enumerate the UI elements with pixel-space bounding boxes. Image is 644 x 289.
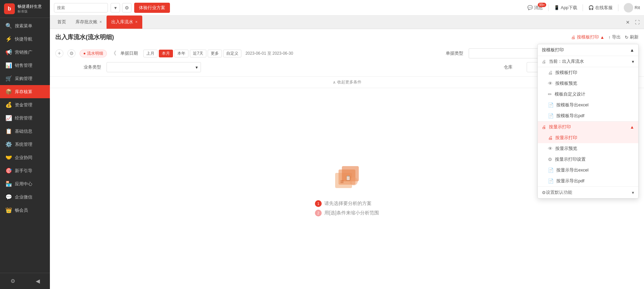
sidebar-item-guide[interactable]: 🎯 新手引导	[0, 164, 50, 177]
online-service-label: 在线客服	[595, 5, 613, 11]
sidebar-item-wechat[interactable]: 💬 企业微信	[0, 190, 50, 204]
tab-expand-close[interactable]: ✕	[624, 18, 632, 26]
sidebar-item-label: 采购管理	[15, 76, 32, 82]
display-print-header[interactable]: 🖨 按显示打印 ▲	[538, 122, 638, 132]
page-title: 出入库流水(流水明细)	[55, 33, 114, 41]
display-print-section: 🖨 按显示打印 ▲ 🖨 按显示打印 👁 按显示预览 ⚙ 按显示打印设置	[538, 122, 638, 187]
basic-icon: 📋	[5, 128, 12, 134]
filter-settings-button[interactable]: ⚙	[67, 49, 76, 57]
display-print-section-label: 按显示打印	[549, 124, 571, 130]
dropdown-item-label: 按模板打印	[555, 70, 577, 76]
operation-icon: 📈	[5, 115, 12, 121]
tab-expand-full[interactable]: ⛶	[633, 18, 641, 26]
export-icon: ↑	[609, 35, 611, 40]
online-service-button[interactable]: 🎧 在线客服	[588, 5, 613, 11]
sidebar-item-corp[interactable]: 🤝 企业协同	[0, 151, 50, 164]
sidebar-item-app-center[interactable]: 🏪 应用中心	[0, 177, 50, 190]
filter-tag-detail[interactable]: ● 流水明细	[80, 50, 107, 57]
dropdown-footer[interactable]: ⚙ 设置默认功能 ▾	[538, 187, 638, 198]
sidebar-item-label: 企业微信	[15, 194, 32, 200]
dropdown-header: 按模板打印 ▲	[538, 44, 638, 56]
print-dropdown: 按模板打印 ▲ 🖨 当前：出入库流水 ▾ 🖨 按模板打印 👁 按模板预览	[537, 44, 639, 199]
default-func-icon: ⚙	[542, 190, 546, 195]
collapse-arrow-icon: ∧	[333, 80, 336, 85]
app-download-button[interactable]: 📱 App下载	[554, 5, 577, 11]
search-input[interactable]	[54, 3, 108, 12]
settings-button[interactable]: ⚙	[122, 3, 131, 12]
empty-svg: ≡ 📋	[328, 163, 365, 193]
sidebar-item-label: 系统管理	[15, 141, 32, 148]
dropdown-item-label: 按显示打印	[555, 135, 577, 141]
preview-icon-2: 👁	[548, 146, 553, 151]
tab-home-label: 首页	[57, 19, 66, 25]
sidebar-item-label: 营销推广	[15, 49, 32, 55]
dropdown-item-display-settings[interactable]: ⚙ 按显示打印设置	[538, 154, 638, 165]
chevron-down-icon-3: ▾	[632, 59, 634, 64]
refresh-button[interactable]: ↻ 刷新	[625, 34, 639, 40]
sidebar-item-quick-nav[interactable]: ⚡ 快捷导航	[0, 32, 50, 46]
sidebar-item-finance[interactable]: 💰 资金管理	[0, 98, 50, 111]
printer-icon-3: 🖨	[548, 135, 553, 140]
filter-tag-icon: ●	[83, 51, 86, 56]
main-area: ▾ ⚙ 体验行业方案 💬 消息 99+ 📱 App下载 🎧 在线客服	[50, 0, 644, 289]
collapse-label: 收起更多条件	[337, 79, 361, 85]
tab-batch-close[interactable]: ×	[99, 20, 102, 24]
logo-icon: b	[4, 3, 15, 14]
dropdown-item-display-excel[interactable]: 📄 按显示导出excel	[538, 165, 638, 176]
add-filter-button[interactable]: +	[55, 49, 63, 57]
app-name: 畅捷通好生意	[18, 4, 42, 9]
sidebar-item-operation[interactable]: 📈 经营管理	[0, 111, 50, 125]
sidebar-item-label: 基础信息	[15, 128, 32, 134]
date-btn-current-year[interactable]: 本年	[174, 50, 188, 57]
sidebar-item-sales[interactable]: 📊 销售管理	[0, 59, 50, 72]
tab-batch[interactable]: 库存批次账 ×	[71, 16, 107, 29]
date-filter-group: 单据日期 上月 本月 本年 近7天 更多 自定义 2023-06-01 至 20…	[120, 50, 442, 57]
date-btn-last-month[interactable]: 上月	[143, 50, 157, 57]
dropdown-current-section: 🖨 当前：出入库流水 ▾	[538, 56, 638, 67]
user-profile[interactable]: Rit	[624, 3, 640, 12]
tab-home[interactable]: 首页	[53, 16, 71, 29]
filter-tag-label: 流水明细	[87, 51, 103, 56]
trial-button[interactable]: 体验行业方案	[134, 3, 170, 13]
print-template-button[interactable]: 🖨 按模板打印 ▲	[571, 34, 605, 40]
date-btn-7days[interactable]: 近7天	[190, 50, 206, 57]
dropdown-item-display-preview[interactable]: 👁 按显示预览	[538, 143, 638, 154]
filter-collapse-button[interactable]: 《	[111, 50, 116, 57]
sidebar-item-basic[interactable]: 📋 基础信息	[0, 125, 50, 138]
date-range-display: 2023-06-01 至 2023-06-30	[245, 51, 293, 56]
sidebar-item-inventory[interactable]: 📦 库存核算	[0, 85, 50, 98]
sidebar-item-system[interactable]: ⚙️ 系统管理	[0, 138, 50, 151]
sidebar-collapse-button[interactable]: ◀	[34, 276, 42, 286]
search-icon: 🔍	[5, 23, 12, 29]
dropdown-item-display-pdf[interactable]: 📄 按显示导出pdf	[538, 176, 638, 186]
date-btn-custom[interactable]: 自定义	[223, 50, 241, 57]
sidebar: b 畅捷通好生意 标准版 🔍 搜索菜单 ⚡ 快捷导航 📢 营销推广 📊 销售管理…	[0, 0, 50, 289]
sidebar-item-label: 销售管理	[15, 62, 32, 69]
dropdown-item-display-print[interactable]: 🖨 按显示打印	[538, 132, 638, 143]
dropdown-item-template-preview[interactable]: 👁 按模板预览	[538, 78, 638, 89]
step-2-num: 2	[315, 210, 322, 216]
message-button[interactable]: 💬 消息 99+	[527, 5, 543, 11]
empty-illustration: ≡ 📋	[327, 161, 367, 195]
sidebar-item-member[interactable]: 👑 畅会员	[0, 204, 50, 217]
tab-flow[interactable]: 出入库流水 ×	[107, 16, 142, 29]
dropdown-current-item[interactable]: 🖨 当前：出入库流水 ▾	[538, 56, 638, 67]
sidebar-item-search[interactable]: 🔍 搜索菜单	[0, 19, 50, 32]
divider2	[583, 4, 583, 11]
dropdown-item-template-excel[interactable]: 📄 按模板导出excel	[538, 100, 638, 110]
dropdown-item-label: 按显示导出excel	[556, 167, 588, 173]
dropdown-arrow-button[interactable]: ▾	[111, 3, 120, 12]
dropdown-item-template-design[interactable]: ✏ 模板自定义设计	[538, 89, 638, 100]
dropdown-item-template-print[interactable]: 🖨 按模板打印	[538, 67, 638, 78]
dropdown-item-template-pdf[interactable]: 📄 按模板导出pdf	[538, 110, 638, 121]
date-btn-current-month[interactable]: 本月	[159, 50, 173, 57]
sidebar-item-purchase[interactable]: 🛒 采购管理	[0, 72, 50, 85]
sidebar-item-marketing[interactable]: 📢 营销推广	[0, 46, 50, 59]
date-btn-more[interactable]: 更多	[208, 50, 222, 57]
tab-flow-close[interactable]: ×	[135, 20, 138, 24]
sidebar-settings-button[interactable]: ⚙	[8, 276, 17, 286]
appcenter-icon: 🏪	[5, 181, 12, 187]
sales-icon: 📊	[5, 62, 12, 69]
export-button[interactable]: ↑ 导出	[609, 34, 621, 40]
biz-type-select[interactable]: ▾	[107, 62, 201, 72]
